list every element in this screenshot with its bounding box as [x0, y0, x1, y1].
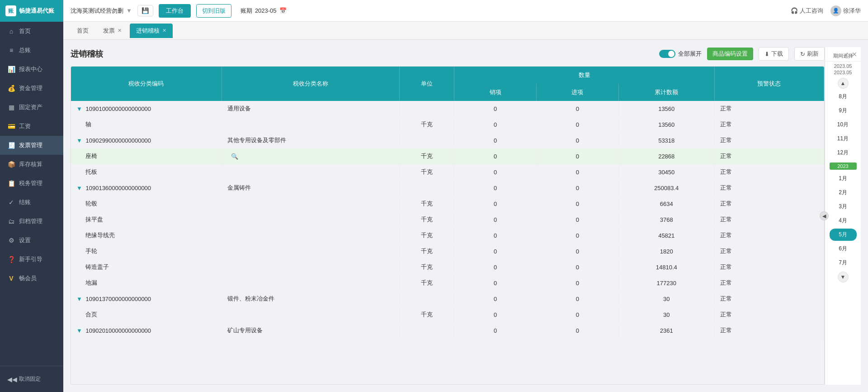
- period-up-arrow[interactable]: ▲: [838, 78, 849, 89]
- row-name: [222, 275, 400, 291]
- table-row: ▼ 10901000000000000000: [71, 101, 222, 117]
- tab-reconcile[interactable]: 进销稽核 ✕: [130, 24, 173, 38]
- sidebar-item-settings[interactable]: ⚙ 设置: [0, 231, 63, 250]
- row-status: 正常: [714, 196, 824, 212]
- row-purchase-qty: 0: [537, 259, 619, 275]
- th-tax-name: 税收分类名称: [222, 67, 400, 101]
- refresh-button[interactable]: ↻ 刷新: [794, 47, 825, 61]
- period-month-item[interactable]: 9月: [830, 105, 857, 117]
- tab-reconcile-close[interactable]: ✕: [162, 28, 166, 33]
- period-month-item[interactable]: 3月: [830, 201, 857, 213]
- sidebar-item-assets[interactable]: ▦ 固定资产: [0, 98, 63, 117]
- tab-home[interactable]: 首页: [71, 24, 95, 38]
- sidebar-item-ledger[interactable]: ≡ 总账: [0, 41, 63, 60]
- content-area: 进销稽核 全部展开 商品编码设置 ⬇ 下载 ↻ 刷新: [63, 40, 868, 392]
- row-total: 22868: [618, 148, 714, 164]
- period-month-item[interactable]: 10月: [830, 119, 857, 131]
- row-sales-qty: 0: [454, 275, 537, 291]
- content-main: 进销稽核 全部展开 商品编码设置 ⬇ 下载 ↻ 刷新: [71, 47, 825, 385]
- row-purchase-qty: 0: [537, 323, 619, 339]
- tab-reconcile-label: 进销稽核: [136, 27, 160, 35]
- close-panel-icon[interactable]: ✕: [852, 51, 857, 58]
- period-month-active[interactable]: 5月: [830, 229, 857, 241]
- logo-text: 畅捷通易代账: [19, 7, 54, 15]
- row-sales-qty: 0: [454, 148, 537, 164]
- funds-icon: 💰: [7, 85, 15, 92]
- switch-old-button[interactable]: 切到旧版: [196, 4, 231, 18]
- collapse-icon[interactable]: ▼: [76, 296, 84, 302]
- period-month-item[interactable]: 12月: [830, 147, 857, 159]
- collapse-icon[interactable]: ▼: [76, 185, 84, 191]
- product-code-button[interactable]: 商品编码设置: [707, 48, 753, 60]
- search-icon[interactable]: 🔍: [231, 153, 238, 160]
- row-status: 正常: [714, 101, 824, 117]
- workbench-button[interactable]: 工作台: [159, 4, 191, 18]
- user-menu[interactable]: 👤 徐泽华: [830, 5, 861, 16]
- row-name: 其他专用设备及零部件: [222, 133, 400, 148]
- expand-panel-icon[interactable]: ⤢: [844, 51, 849, 58]
- row-sales-qty: 0: [454, 323, 537, 339]
- row-unit: 千克: [400, 259, 454, 275]
- calendar-icon[interactable]: 📅: [279, 7, 287, 14]
- period-month-item[interactable]: 7月: [830, 257, 857, 269]
- collapse-icon[interactable]: ▼: [76, 327, 84, 334]
- toggle-expand[interactable]: 全部展开: [659, 50, 702, 58]
- tab-invoices[interactable]: 发票 ✕: [97, 24, 128, 38]
- refresh-icon: ↻: [800, 51, 805, 57]
- row-unit: 千克: [400, 212, 454, 228]
- row-purchase-qty: 0: [537, 101, 619, 117]
- save-button[interactable]: 💾: [137, 5, 153, 16]
- period-month-item[interactable]: 1月: [830, 172, 857, 185]
- sidebar-item-invoices[interactable]: 🧾 发票管理: [0, 136, 63, 155]
- sidebar-item-tax[interactable]: 📋 税务管理: [0, 174, 63, 193]
- sidebar-item-home[interactable]: ⌂ 首页: [0, 22, 63, 41]
- sidebar-item-guide[interactable]: ❓ 新手引导: [0, 250, 63, 269]
- th-unit: 单位: [400, 67, 454, 101]
- app-logo: 账 畅捷通易代账: [0, 0, 63, 22]
- row-status: 正常: [714, 259, 824, 275]
- sidebar-item-inventory[interactable]: 📦 库存核算: [0, 155, 63, 174]
- collapse-icon[interactable]: ▼: [76, 137, 84, 144]
- row-name: [222, 117, 400, 133]
- panel-toggle[interactable]: ◀: [820, 211, 829, 220]
- row-unit: [400, 323, 454, 339]
- row-total: 177230: [618, 275, 714, 291]
- sidebar-item-reports[interactable]: 📊 报表中心: [0, 60, 63, 79]
- row-status: 正常: [714, 133, 824, 148]
- sidebar-label-archive: 归档管理: [19, 217, 42, 225]
- sidebar-item-archive[interactable]: 🗂 归档管理: [0, 212, 63, 231]
- period-month-item[interactable]: 6月: [830, 243, 857, 255]
- sidebar-item-settle[interactable]: ✓ 结账: [0, 193, 63, 212]
- period-display: 账期 2023-05 📅: [241, 7, 287, 15]
- payroll-icon: 💳: [7, 123, 15, 130]
- table-row: 轴: [71, 117, 222, 133]
- sidebar-item-funds[interactable]: 💰 资金管理: [0, 79, 63, 98]
- period-month-item[interactable]: 2月: [830, 186, 857, 199]
- th-purchase-qty: 进项: [537, 84, 619, 101]
- tab-invoices-close[interactable]: ✕: [118, 28, 122, 33]
- sidebar-label-funds: 资金管理: [19, 84, 42, 92]
- service-button[interactable]: 🎧 人工咨询: [791, 7, 823, 15]
- guide-icon: ❓: [7, 256, 15, 263]
- period-month-item[interactable]: 4月: [830, 215, 857, 227]
- toggle-switch[interactable]: [659, 50, 675, 58]
- period-value: 2023-05: [255, 7, 277, 14]
- period-year-label[interactable]: 2023: [830, 163, 857, 170]
- row-name: 矿山专用设备: [222, 323, 400, 339]
- download-button[interactable]: ⬇ 下载: [759, 47, 789, 61]
- period-month-item[interactable]: 11月: [830, 133, 857, 145]
- row-status: 正常: [714, 228, 824, 244]
- period-month-item[interactable]: 8月: [830, 91, 857, 103]
- row-total: 250083.4: [618, 180, 714, 196]
- row-unit: 千克: [400, 196, 454, 212]
- row-purchase-qty: 0: [537, 244, 619, 259]
- sidebar-item-member[interactable]: V 畅会员: [0, 269, 63, 288]
- collapse-icon[interactable]: ▼: [76, 105, 84, 112]
- sidebar-unpin[interactable]: ◀◀ 取消固定: [0, 370, 63, 388]
- company-selector[interactable]: 沈海英测试经营勿删 ▼: [71, 7, 132, 15]
- period-down-arrow[interactable]: ▼: [838, 272, 849, 282]
- user-name: 徐泽华: [843, 7, 861, 15]
- sidebar-item-payroll[interactable]: 💳 工资: [0, 117, 63, 136]
- member-icon: V: [7, 275, 15, 282]
- page-title: 进销稽核: [71, 48, 103, 59]
